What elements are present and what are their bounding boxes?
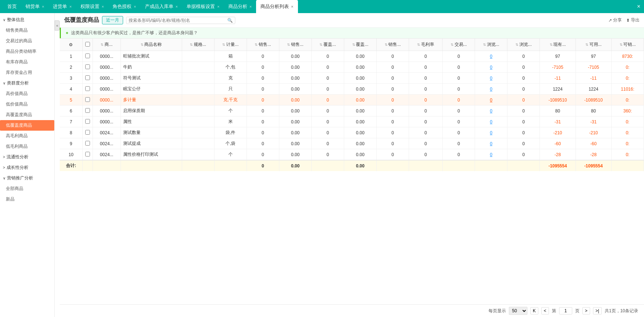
nav-tab-首页[interactable]: 首页 (3, 0, 21, 13)
cell-sales_qty: 0 (247, 51, 279, 62)
sidebar-item-全部商品[interactable]: 全部商品 (0, 183, 54, 194)
cell-available: 1224 (576, 84, 611, 95)
nav-tab-商品分析[interactable]: 商品分析 × (224, 0, 256, 13)
cell-browse1[interactable]: 0 (475, 106, 507, 116)
close-tab-icon[interactable]: × (42, 0, 44, 13)
sidebar-item-库存资金占用[interactable]: 库存资金占用 (0, 67, 54, 78)
col-header-browse2[interactable]: 浏览... (507, 39, 540, 51)
row-checkbox[interactable] (85, 97, 90, 102)
close-tab-icon[interactable]: × (69, 0, 71, 13)
nav-tab-商品分析列表[interactable]: 商品分析列表 × (256, 0, 298, 13)
col-header-cover2[interactable]: 覆盖... (344, 39, 376, 51)
cell-gross_rate: 0 (409, 95, 443, 106)
search-icon[interactable]: 🔍 (227, 18, 233, 23)
sidebar-group-成长性分析[interactable]: >成长性分析 (0, 162, 54, 173)
first-page-btn[interactable]: K (530, 307, 538, 314)
close-tab-icon[interactable]: × (176, 0, 178, 13)
nav-tab-销货单[interactable]: 销货单 × (21, 0, 48, 13)
cell-num: 7 (60, 116, 82, 127)
row-checkbox[interactable] (85, 141, 90, 146)
cell-cover1: 0 (311, 116, 344, 127)
col-header-sellable[interactable]: 可销... (611, 39, 644, 51)
page-input[interactable] (559, 307, 572, 314)
close-all-tabs[interactable]: × (637, 3, 640, 10)
gear-icon[interactable]: ⚙ (69, 42, 73, 47)
row-checkbox[interactable] (85, 64, 90, 69)
cell-browse1[interactable]: 0 (475, 51, 507, 62)
col-header-current[interactable]: 现有... (540, 39, 576, 51)
next-page-btn[interactable]: > (582, 307, 590, 314)
cell-browse1[interactable]: 0 (475, 73, 507, 84)
col-header-sales3[interactable]: 销售... (376, 39, 409, 51)
row-checkbox[interactable] (85, 119, 90, 124)
cell-unit: 个,包 (214, 62, 247, 73)
col-header-browse1[interactable]: 浏览... (475, 39, 507, 51)
sidebar-item-商品分类动销率[interactable]: 商品分类动销率 (0, 46, 54, 57)
row-checkbox[interactable] (85, 75, 90, 80)
col-header-cover1[interactable]: 覆盖... (311, 39, 344, 51)
row-checkbox[interactable] (85, 54, 90, 58)
sidebar-item-销售类商品[interactable]: 销售类商品 (0, 25, 54, 36)
close-tab-icon[interactable]: × (102, 0, 104, 13)
col-header-sales_amt[interactable]: 销售... (279, 39, 311, 51)
sidebar-group-营销推广分析[interactable]: ∨营销推广分析 (0, 173, 54, 183)
cell-browse1[interactable]: 0 (475, 116, 507, 127)
row-checkbox[interactable] (85, 152, 90, 156)
search-input[interactable] (129, 18, 226, 23)
page-size-select[interactable]: 50 20 100 (509, 307, 527, 315)
select-all-checkbox[interactable] (85, 42, 90, 47)
cell-browse1[interactable]: 0 (475, 138, 507, 149)
sidebar-item-高毛利商品[interactable]: 高毛利商品 (0, 131, 54, 141)
close-tab-icon[interactable]: × (291, 0, 293, 13)
cell-sales_qty: 0 (247, 138, 279, 149)
cell-browse1[interactable]: 0 (475, 62, 507, 73)
share-action[interactable]: ↗ 分享 (608, 17, 622, 23)
col-header-gross_rate[interactable]: 毛利率 (409, 39, 443, 51)
group-arrow-icon: > (3, 155, 5, 159)
cell-browse1[interactable]: 0 (475, 95, 507, 106)
col-header-available[interactable]: 可用... (576, 39, 611, 51)
cell-browse1[interactable]: 0 (475, 127, 507, 138)
nav-tab-单据模板设置[interactable]: 单据模板设置 × (182, 0, 224, 13)
row-checkbox[interactable] (85, 108, 90, 113)
close-tab-icon[interactable]: × (134, 0, 136, 13)
col-header-trade[interactable]: 交易... (443, 39, 475, 51)
sidebar-group-整体信息[interactable]: ∨整体信息 (0, 15, 54, 25)
col-header-sales_qty[interactable]: 销售... (247, 39, 279, 51)
sidebar-group-类群度分析[interactable]: ∨类群度分析 (0, 78, 54, 88)
row-checkbox[interactable] (85, 86, 90, 91)
sidebar-item-低毛利商品[interactable]: 低毛利商品 (0, 141, 54, 152)
nav-tab-进货单[interactable]: 进货单 × (48, 0, 76, 13)
sidebar-collapse-btn[interactable]: « (55, 13, 60, 317)
col-header-name[interactable]: 商品名称 (121, 39, 182, 51)
export-action[interactable]: ⬆ 导出 (626, 17, 640, 23)
col-header-code[interactable]: 商... (93, 39, 121, 51)
col-header-unit[interactable]: 计量... (214, 39, 247, 51)
table-wrapper[interactable]: ⚙商...商品名称规格...计量...销售...销售...覆盖...覆盖...销… (60, 38, 644, 304)
nav-tab-权限设置[interactable]: 权限设置 × (76, 0, 108, 13)
nav-tab-角色授权[interactable]: 角色授权 × (108, 0, 140, 13)
sidebar-item-交易过的商品[interactable]: 交易过的商品 (0, 36, 54, 46)
sidebar-group-流通性分析[interactable]: >流通性分析 (0, 152, 54, 162)
cell-sellable: 11016: (611, 84, 644, 95)
cell-checkbox (82, 127, 93, 138)
sidebar-item-低价值商品[interactable]: 低价值商品 (0, 99, 54, 110)
cell-gross_rate: 0 (409, 62, 443, 73)
last-page-btn[interactable]: >| (593, 307, 602, 314)
sidebar-item-新品[interactable]: 新品 (0, 194, 54, 205)
cell-browse1[interactable]: 0 (475, 84, 507, 95)
sidebar-item-低覆盖度商品[interactable]: 低覆盖度商品 (0, 120, 54, 131)
col-header-spec[interactable]: 规格... (182, 39, 214, 51)
filter-button[interactable]: 近一月 (102, 16, 123, 24)
cell-name: 牛奶 (121, 62, 182, 73)
cell-available: -7105 (576, 62, 611, 73)
row-checkbox[interactable] (85, 130, 90, 135)
close-tab-icon[interactable]: × (250, 0, 252, 13)
sidebar-item-有库存商品[interactable]: 有库存商品 (0, 57, 54, 67)
close-tab-icon[interactable]: × (217, 0, 219, 13)
sidebar-item-高价值商品[interactable]: 高价值商品 (0, 88, 54, 99)
cell-browse1[interactable]: 0 (475, 149, 507, 161)
sidebar-item-高覆盖度商品[interactable]: 高覆盖度商品 (0, 110, 54, 120)
nav-tab-产成品入库单[interactable]: 产成品入库单 × (141, 0, 182, 13)
prev-page-btn[interactable]: < (541, 307, 549, 314)
